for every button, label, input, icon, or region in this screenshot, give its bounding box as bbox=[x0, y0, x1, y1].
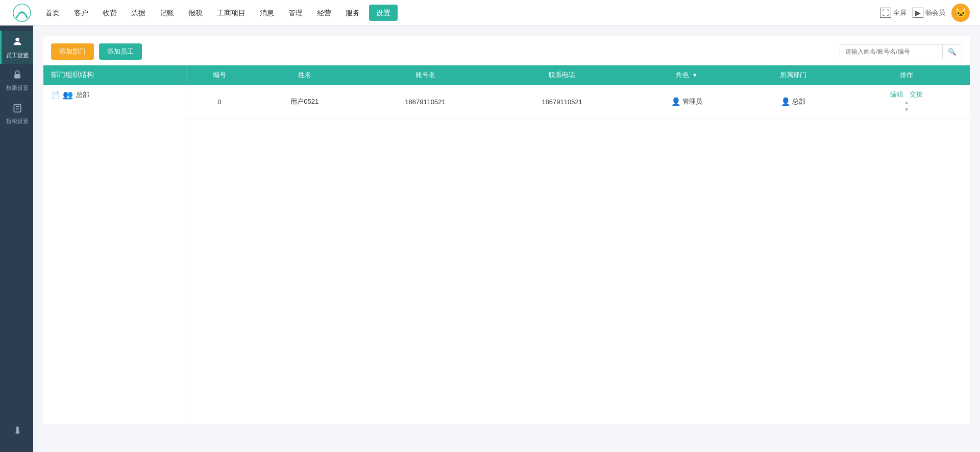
col-account: 账号名 bbox=[357, 65, 494, 85]
add-employee-button[interactable]: 添加员工 bbox=[99, 43, 142, 60]
nav-item-bill[interactable]: 票据 bbox=[124, 0, 153, 26]
cell-role: 👤 管理员 bbox=[630, 85, 743, 119]
cell-dept: 👤 总部 bbox=[743, 85, 843, 119]
tree-item-root[interactable]: 📄 👥 总部 bbox=[43, 85, 186, 105]
member-btn[interactable]: ▶ 畅会员 bbox=[913, 8, 945, 18]
sidebar-bottom: ⬇ bbox=[0, 414, 33, 447]
nav-item-manage[interactable]: 管理 bbox=[281, 0, 310, 26]
nav-item-settings[interactable]: 设置 bbox=[369, 5, 398, 21]
nav-item-fee[interactable]: 收费 bbox=[95, 0, 124, 26]
main-content: 添加部门 添加员工 🔍 部门组织结构 📄 👥 总部 bbox=[33, 26, 980, 452]
nav-item-business[interactable]: 工商项目 bbox=[210, 0, 253, 26]
col-dept: 所属部门 bbox=[743, 65, 843, 85]
dept-label: 总部 bbox=[792, 97, 805, 106]
employee-icon bbox=[12, 36, 23, 50]
role-label: 管理员 bbox=[682, 97, 702, 106]
nav-item-operation[interactable]: 经营 bbox=[310, 0, 338, 26]
scroll-controls: ▲ ▼ bbox=[849, 99, 964, 113]
folder-icon: 📄 bbox=[51, 91, 60, 99]
avatar[interactable]: 🐱 bbox=[951, 4, 970, 22]
member-label: 畅会员 bbox=[925, 8, 945, 17]
content-panel: 添加部门 添加员工 🔍 部门组织结构 📄 👥 总部 bbox=[43, 36, 970, 424]
tree-header: 部门组织结构 bbox=[43, 65, 186, 85]
fullscreen-label: 全屏 bbox=[893, 8, 906, 17]
sidebar: 员工设置 权限设置 报税设置 ⬇ bbox=[0, 26, 33, 452]
tax-settings-icon bbox=[12, 103, 22, 115]
col-name: 姓名 bbox=[253, 65, 357, 85]
cell-name: 用户0521 bbox=[253, 85, 357, 119]
nav-item-service[interactable]: 服务 bbox=[338, 0, 367, 26]
col-role: 角色 ▼ bbox=[630, 65, 743, 85]
table-panel: 编号 姓名 账号名 联系电话 角色 ▼ 所属部门 操作 bbox=[186, 65, 970, 423]
nav-items: 首页 客户 收费 票据 记账 报税 工商项目 消息 管理 经营 服务 设置 bbox=[38, 0, 880, 26]
sidebar-item-permission[interactable]: 权限设置 bbox=[0, 64, 33, 97]
sidebar-employee-label: 员工设置 bbox=[6, 52, 29, 59]
search-button[interactable]: 🔍 bbox=[942, 45, 962, 59]
nav-item-customer[interactable]: 客户 bbox=[67, 0, 95, 26]
svg-point-3 bbox=[17, 76, 18, 77]
sidebar-item-download[interactable]: ⬇ bbox=[0, 414, 33, 447]
nav-item-message[interactable]: 消息 bbox=[253, 0, 281, 26]
employee-table: 编号 姓名 账号名 联系电话 角色 ▼ 所属部门 操作 bbox=[186, 65, 970, 119]
sidebar-item-tax-settings[interactable]: 报税设置 bbox=[0, 97, 33, 130]
scroll-up-btn[interactable]: ▲ bbox=[852, 99, 961, 106]
cell-account: 18679110521 bbox=[357, 85, 494, 119]
cell-id: 0 bbox=[186, 85, 253, 119]
toolbar: 添加部门 添加员工 🔍 bbox=[43, 36, 970, 65]
nav-item-tax[interactable]: 报税 bbox=[181, 0, 210, 26]
fullscreen-icon: ⛶ bbox=[880, 8, 891, 18]
play-icon: ▶ bbox=[913, 8, 923, 18]
col-phone: 联系电话 bbox=[494, 65, 630, 85]
transfer-button[interactable]: 交接 bbox=[908, 90, 925, 99]
nav-item-account[interactable]: 记账 bbox=[153, 0, 181, 26]
dept-user-icon: 👤 bbox=[781, 97, 791, 106]
logo bbox=[5, 4, 38, 22]
search-icon: 🔍 bbox=[948, 48, 957, 56]
nav-right: ⛶ 全屏 ▶ 畅会员 🐱 bbox=[880, 4, 975, 22]
sidebar-item-employee[interactable]: 员工设置 bbox=[0, 31, 33, 64]
lock-icon bbox=[12, 69, 22, 82]
dept-icon: 👥 bbox=[63, 90, 73, 100]
sidebar-tax-label: 报税设置 bbox=[6, 117, 29, 125]
search-input[interactable] bbox=[840, 45, 942, 58]
split-layout: 部门组织结构 📄 👥 总部 编号 姓名 账号名 联系电话 bbox=[43, 65, 970, 423]
filter-icon[interactable]: ▼ bbox=[692, 72, 698, 78]
tree-item-label: 总部 bbox=[76, 90, 89, 100]
sidebar-permission-label: 权限设置 bbox=[6, 84, 29, 92]
table-row: 0 用户0521 18679110521 18679110521 👤 管理员 👤… bbox=[186, 85, 970, 119]
cell-actions: 编辑 交接 ▲ ▼ bbox=[843, 85, 970, 119]
role-icon: 👤 bbox=[671, 97, 681, 106]
col-id: 编号 bbox=[186, 65, 253, 85]
search-area: 🔍 bbox=[840, 44, 962, 59]
nav-item-home[interactable]: 首页 bbox=[38, 0, 67, 26]
download-icon: ⬇ bbox=[13, 424, 22, 437]
tree-panel: 部门组织结构 📄 👥 总部 bbox=[43, 65, 186, 423]
scroll-down-btn[interactable]: ▼ bbox=[852, 106, 961, 113]
svg-point-1 bbox=[15, 37, 19, 41]
col-action: 操作 bbox=[843, 65, 970, 85]
cell-phone: 18679110521 bbox=[494, 85, 630, 119]
fullscreen-btn[interactable]: ⛶ 全屏 bbox=[880, 8, 906, 18]
add-dept-button[interactable]: 添加部门 bbox=[51, 43, 94, 60]
edit-button[interactable]: 编辑 bbox=[888, 90, 905, 99]
top-navigation: 首页 客户 收费 票据 记账 报税 工商项目 消息 管理 经营 服务 设置 ⛶ … bbox=[0, 0, 980, 26]
table-header-row: 编号 姓名 账号名 联系电话 角色 ▼ 所属部门 操作 bbox=[186, 65, 970, 85]
